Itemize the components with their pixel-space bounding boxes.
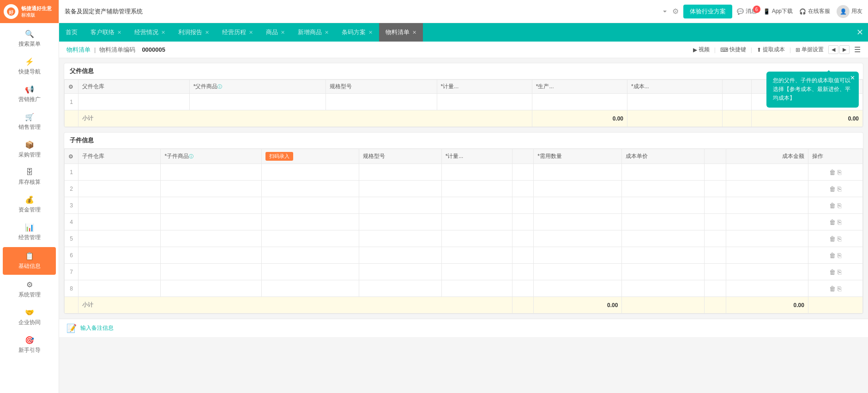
col-settings[interactable]: ⚙ [65, 80, 78, 94]
delete-icon[interactable]: 🗑 [829, 185, 836, 193]
tab-close-icon[interactable]: ✕ [249, 30, 253, 36]
shortcut-button[interactable]: ⌨ 快捷键 [720, 46, 746, 54]
child-warehouse-cell[interactable] [78, 214, 161, 230]
sidebar-item-basic-info[interactable]: 📋 基础信息 [3, 247, 56, 275]
unit-cost-cell[interactable] [622, 280, 704, 297]
extract-cost-button[interactable]: ⬆ 提取成本 [757, 46, 785, 54]
child-product-cell[interactable] [161, 264, 262, 280]
scan-input-button[interactable]: 扫码录入 [265, 152, 293, 161]
app-download-button[interactable]: 📱 App下载 [763, 7, 793, 15]
tab-close-icon[interactable]: ✕ [161, 30, 165, 36]
child-product-cell[interactable] [161, 247, 262, 264]
child-product-cell[interactable] [161, 181, 262, 197]
parent-warehouse-cell[interactable] [78, 94, 190, 110]
child-product-cell[interactable] [161, 280, 262, 297]
spec-cell[interactable] [326, 94, 437, 110]
required-qty-cell[interactable] [534, 164, 622, 181]
unit-cost-cell[interactable] [622, 247, 704, 264]
breadcrumb-parent[interactable]: 物料清单 [66, 46, 90, 54]
sidebar-item-quick-nav[interactable]: ⚡ 快捷导航 [0, 53, 59, 80]
tab-close-icon[interactable]: ✕ [368, 30, 373, 36]
tab-close-icon[interactable]: ✕ [325, 30, 329, 36]
child-unit-cell[interactable] [441, 230, 512, 247]
child-spec-cell[interactable] [359, 280, 441, 297]
user-menu[interactable]: 👤 用友 [837, 5, 862, 18]
col-scan[interactable]: 扫码录入 [262, 149, 359, 164]
delete-icon[interactable]: 🗑 [829, 268, 836, 276]
tab-business[interactable]: 经营情况 ✕ [128, 23, 172, 42]
child-unit-cell[interactable] [441, 214, 512, 230]
child-spec-cell[interactable] [359, 181, 441, 197]
child-warehouse-cell[interactable] [78, 164, 161, 181]
sidebar-item-inventory[interactable]: 🗄 库存核算 [0, 163, 59, 191]
cost-cell[interactable] [627, 94, 723, 110]
sidebar-item-finance[interactable]: 💰 资金管理 [0, 191, 59, 218]
required-qty-cell[interactable] [534, 264, 622, 280]
child-unit-cell[interactable] [441, 181, 512, 197]
unit-cell[interactable] [437, 94, 532, 110]
unit-cost-cell[interactable] [622, 164, 704, 181]
grid-view-icon[interactable]: ☰ [854, 45, 861, 54]
tab-home[interactable]: 首页 [59, 23, 84, 42]
sidebar-item-sales[interactable]: 🛒 销售管理 [0, 108, 59, 136]
online-service-button[interactable]: 🎧 在线客服 [799, 7, 830, 15]
delete-icon[interactable]: 🗑 [829, 285, 836, 292]
delete-icon[interactable]: 🗑 [829, 252, 836, 259]
tab-close-icon[interactable]: ✕ [205, 30, 209, 36]
child-product-cell[interactable] [161, 214, 262, 230]
close-all-tabs-button[interactable]: ✕ [852, 27, 868, 37]
tab-close-icon[interactable]: ✕ [412, 30, 416, 36]
unit-cost-cell[interactable] [622, 264, 704, 280]
tab-bom[interactable]: 物料清单 ✕ [379, 23, 423, 42]
child-warehouse-cell[interactable] [78, 197, 161, 214]
sidebar-item-enterprise[interactable]: 🤝 企业协同 [0, 303, 59, 331]
child-unit-cell[interactable] [441, 264, 512, 280]
prev-record-button[interactable]: ◀ [828, 45, 838, 54]
tab-journey[interactable]: 经营历程 ✕ [216, 23, 259, 42]
next-record-button[interactable]: ▶ [839, 45, 850, 54]
child-unit-cell[interactable] [441, 280, 512, 297]
copy-icon[interactable]: ⎘ [838, 185, 841, 193]
copy-icon[interactable]: ⎘ [838, 218, 841, 226]
message-button[interactable]: 💬 消息 6 [737, 7, 757, 15]
copy-icon[interactable]: ⎘ [838, 252, 841, 259]
unit-cost-cell[interactable] [622, 197, 704, 214]
child-spec-cell[interactable] [359, 264, 441, 280]
child-spec-cell[interactable] [359, 164, 441, 181]
child-warehouse-cell[interactable] [78, 247, 161, 264]
sidebar-item-marketing[interactable]: 📢 营销推广 [0, 80, 59, 108]
child-spec-cell[interactable] [359, 197, 441, 214]
video-button[interactable]: ▶ 视频 [693, 46, 710, 54]
delete-icon[interactable]: 🗑 [829, 218, 836, 226]
tab-close-icon[interactable]: ✕ [281, 30, 285, 36]
tab-product[interactable]: 商品 ✕ [259, 23, 291, 42]
copy-icon[interactable]: ⎘ [838, 268, 841, 276]
child-product-cell[interactable] [161, 230, 262, 247]
copy-icon[interactable]: ⎘ [838, 169, 841, 176]
trial-button[interactable]: 体验行业方案 [683, 5, 732, 18]
unit-cost-cell[interactable] [622, 214, 704, 230]
required-qty-cell[interactable] [534, 247, 622, 264]
child-warehouse-cell[interactable] [78, 280, 161, 297]
child-product-cell[interactable] [161, 164, 262, 181]
sidebar-item-guide[interactable]: 🎯 新手引导 [0, 331, 59, 359]
child-warehouse-cell[interactable] [78, 264, 161, 280]
required-qty-cell[interactable] [534, 214, 622, 230]
unit-cost-cell[interactable] [622, 181, 704, 197]
copy-icon[interactable]: ⎘ [838, 202, 841, 209]
sidebar-item-system[interactable]: ⚙ 系统管理 [0, 276, 59, 303]
child-unit-cell[interactable] [441, 164, 512, 181]
child-unit-cell[interactable] [441, 247, 512, 264]
tab-barcode[interactable]: 条码方案 ✕ [335, 23, 379, 42]
required-qty-cell[interactable] [534, 230, 622, 247]
child-unit-cell[interactable] [441, 197, 512, 214]
dropdown-icon[interactable] [662, 9, 668, 14]
delete-icon[interactable]: 🗑 [829, 202, 836, 209]
settings-icon[interactable]: ⚙ [672, 7, 679, 16]
child-spec-cell[interactable] [359, 230, 441, 247]
parent-product-cell[interactable] [189, 94, 326, 110]
delete-icon[interactable]: 🗑 [829, 169, 836, 176]
unit-cost-cell[interactable] [622, 230, 704, 247]
child-spec-cell[interactable] [359, 214, 441, 230]
tab-profit[interactable]: 利润报告 ✕ [172, 23, 216, 42]
